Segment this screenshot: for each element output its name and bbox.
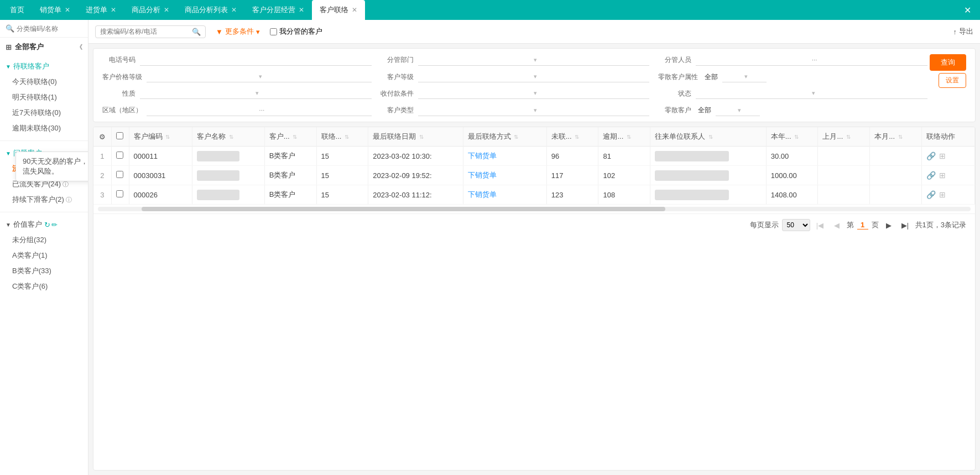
action-grid-icon[interactable]: ⊞ [939, 152, 946, 160]
sidebar-item-declining[interactable]: 持续下滑客户(2) ⓘ [0, 192, 88, 207]
sidebar-item-today[interactable]: 今天待联络(0) [0, 74, 88, 90]
col-settings[interactable]: ⚙ [93, 127, 111, 147]
next-page-btn[interactable]: ▶ [882, 218, 895, 232]
dept-select[interactable]: ▾ [418, 55, 650, 66]
window-close-button[interactable]: ✕ [957, 5, 978, 15]
row-last-method[interactable]: 下销货单 [463, 166, 546, 185]
customer-level-select[interactable]: ▾ [418, 71, 650, 82]
tab-analysis-list-close[interactable]: ✕ [231, 6, 237, 14]
status-select[interactable]: ▾ [696, 88, 927, 99]
phone-input[interactable] [140, 54, 372, 66]
last-page-btn[interactable]: ▶| [899, 218, 912, 232]
row-checkbox[interactable] [111, 147, 129, 166]
content-area: 🔍 ▼ 更多条件 ▾ 我分管的客户 ↑ 导出 [88, 20, 980, 475]
nature-select[interactable]: ▾ [140, 88, 372, 99]
tab-sales-close[interactable]: ✕ [65, 6, 70, 14]
action-link-icon[interactable]: 🔗 [926, 152, 936, 160]
col-name[interactable]: 客户名称 ⇅ [192, 127, 264, 147]
tab-customer-segment[interactable]: 客户分层经营 ✕ [244, 0, 312, 20]
tab-purchase[interactable]: 进货单 ✕ [78, 0, 124, 20]
row-this-month [870, 147, 922, 166]
col-contact-person[interactable]: 往来单位联系人 ⇅ [650, 127, 766, 147]
sort-name-icon: ⇅ [229, 134, 233, 140]
tab-analysis-list[interactable]: 商品分析列表 ✕ [177, 0, 244, 20]
row-contact-person: ████████ [650, 185, 766, 205]
sidebar-item-7days[interactable]: 近7天待联络(0) [0, 105, 88, 121]
row-checkbox[interactable] [111, 166, 129, 185]
tab-customer-link-close[interactable]: ✕ [352, 6, 357, 14]
sidebar-item-tomorrow[interactable]: 明天待联络(1) [0, 90, 88, 105]
col-this-year[interactable]: 本年... ⇅ [766, 127, 818, 147]
tab-analysis-close[interactable]: ✕ [164, 6, 169, 14]
filter-zero-customer: 零散客户 全部 ▾ [658, 105, 927, 116]
sidebar-all-customers[interactable]: ⊞ 全部客户 《 [0, 38, 88, 56]
col-last-date[interactable]: 最后联络日期 ⇅ [368, 127, 463, 147]
payment-select[interactable]: ▾ [418, 88, 650, 99]
tab-sales[interactable]: 销货单 ✕ [32, 0, 78, 20]
sidebar-search-input[interactable] [17, 25, 82, 33]
action-link-icon[interactable]: 🔗 [926, 171, 936, 180]
prev-page-btn[interactable]: ◀ [830, 218, 843, 232]
price-level-select[interactable]: ▾ [147, 71, 372, 82]
sidebar-item-ungroup[interactable]: 未分组(32) [0, 232, 88, 248]
sidebar-group-pending-label[interactable]: ▼ 待联络客户 [0, 59, 88, 74]
person-dots-icon[interactable]: ··· [812, 56, 927, 64]
settings-btn[interactable]: 设置 [939, 73, 966, 88]
search-input[interactable] [100, 28, 192, 35]
tab-home[interactable]: 首页 [2, 0, 32, 20]
action-grid-icon[interactable]: ⊞ [939, 190, 946, 199]
col-overdue[interactable]: 逾期... ⇅ [598, 127, 650, 147]
sidebar-item-b-class[interactable]: B类客户(33) [0, 263, 88, 279]
tab-analysis[interactable]: 商品分析 ✕ [124, 0, 177, 20]
tab-customer-link[interactable]: 客户联络 ✕ [312, 0, 365, 20]
row-num: 2 [93, 166, 111, 185]
payment-label: 收付款条件 [380, 89, 414, 98]
col-code[interactable]: 客户编码 ⇅ [129, 127, 192, 147]
col-no-contact[interactable]: 未联... ⇅ [546, 127, 598, 147]
sidebar-group-value-label[interactable]: ▼ 价值客户 ↻ ✏ [0, 217, 88, 232]
col-contact[interactable]: 联络... ⇅ [316, 127, 368, 147]
horizontal-scrollbar[interactable] [98, 207, 971, 211]
more-conditions-btn[interactable]: ▼ 更多条件 ▾ [210, 24, 265, 39]
export-btn[interactable]: ↑ 导出 [953, 27, 974, 36]
person-select[interactable]: ··· [696, 54, 927, 66]
edit-icon[interactable]: ✏ [51, 221, 58, 229]
row-name: ████ [192, 166, 264, 185]
sidebar-item-a-class[interactable]: A类客户(1) [0, 248, 88, 263]
sidebar-item-c-class[interactable]: C类客户(6) [0, 279, 88, 294]
region-select[interactable]: ··· [147, 105, 372, 116]
col-type[interactable]: 客户... ⇅ [264, 127, 316, 147]
zero-customer-select[interactable]: ▾ [716, 105, 760, 116]
row-last-method[interactable]: 下销货单 [463, 185, 546, 205]
action-link-icon[interactable]: 🔗 [926, 190, 936, 199]
select-all-checkbox[interactable] [116, 132, 123, 139]
scrollbar-thumb[interactable] [142, 207, 665, 211]
col-this-month[interactable]: 本月... ⇅ [870, 127, 922, 147]
zero-customer-label: 零散客户 [658, 106, 691, 115]
region-dots-icon[interactable]: ··· [259, 106, 371, 114]
collapse-icon: 《 [76, 43, 82, 51]
customer-type-select[interactable]: ▾ [418, 105, 650, 116]
refresh-icon[interactable]: ↻ [44, 221, 50, 229]
my-customers-checkbox-label[interactable]: 我分管的客户 [270, 27, 322, 36]
sidebar-item-overdue[interactable]: 逾期未联络(30) [0, 121, 88, 136]
tab-purchase-close[interactable]: ✕ [111, 6, 116, 14]
col-action: 联络动作 [922, 127, 975, 147]
per-page-select[interactable]: 50 100 [782, 219, 810, 231]
action-grid-icon[interactable]: ⊞ [939, 171, 946, 180]
table-area: ⚙ 客户编码 ⇅ 客户名称 ⇅ 客户... ⇅ 联络... ⇅ 最后联络日期 ⇅… [93, 127, 976, 471]
tab-customer-segment-close[interactable]: ✕ [299, 6, 304, 14]
col-last-method[interactable]: 最后联络方式 ⇅ [463, 127, 546, 147]
row-num: 3 [93, 185, 111, 205]
row-last-method[interactable]: 下销货单 [463, 147, 546, 166]
row-this-month [870, 166, 922, 185]
today-label: 今天待联络(0) [12, 77, 57, 86]
churned-icon: ⓘ [62, 181, 69, 187]
row-checkbox[interactable] [111, 185, 129, 205]
sidebar-group-problem: ▼ 问题客户 90天无交易的客户，可能有流失风险。 流失预警客户(3) ● 已流… [0, 143, 88, 210]
first-page-btn[interactable]: |◀ [814, 218, 827, 232]
query-btn[interactable]: 查询 [930, 54, 966, 71]
my-customers-checkbox[interactable] [270, 28, 277, 35]
zero-attr-select[interactable]: ▾ [722, 71, 767, 82]
col-last-month[interactable]: 上月... ⇅ [818, 127, 870, 147]
